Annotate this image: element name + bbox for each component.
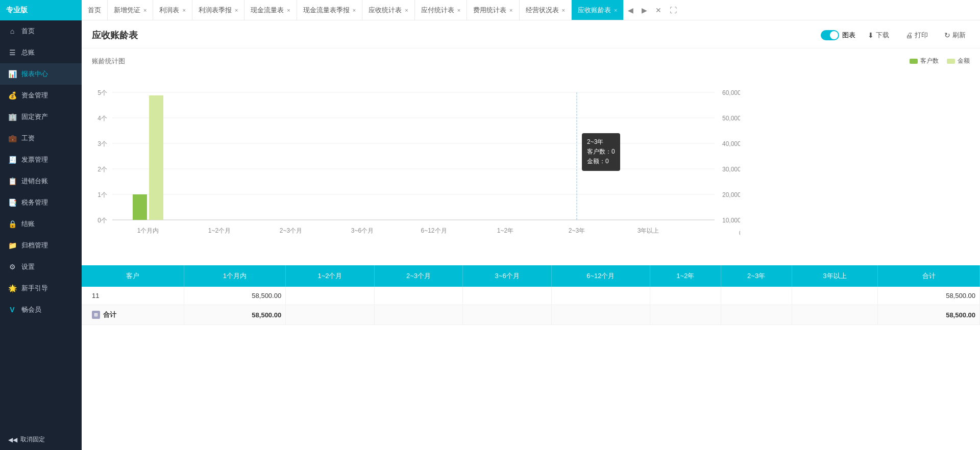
svg-text:60,000.00元: 60,000.00元 (722, 89, 740, 96)
svg-text:3~6个月: 3~6个月 (351, 227, 374, 234)
sidebar-item-home[interactable]: ⌂ 首页 (0, 20, 82, 42)
tab-scroll-left[interactable]: ◀ (624, 0, 638, 20)
tab-ar-stat[interactable]: 应收统计表 × (362, 0, 414, 20)
sidebar-label-assets: 固定资产 (21, 112, 48, 121)
svg-text:1个月内: 1个月内 (137, 227, 159, 234)
tab-profit-close[interactable]: × (182, 7, 185, 13)
purchase-icon: 📋 (8, 177, 16, 185)
sidebar-label-home: 首页 (21, 27, 35, 36)
svg-text:2~3年: 2~3年 (569, 227, 585, 234)
tab-expense-close[interactable]: × (509, 7, 512, 13)
tab-ar-age-close[interactable]: × (614, 7, 617, 13)
sidebar-item-assets[interactable]: 🏢 固定资产 (0, 106, 82, 128)
refresh-button[interactable]: ↻ 刷新 (940, 29, 970, 42)
tab-ar-stat-close[interactable]: × (405, 7, 408, 13)
row-m36 (463, 287, 552, 305)
col-y12: 1~2年 (650, 265, 721, 287)
tab-cashflow-q[interactable]: 现金流量表季报 × (297, 0, 362, 20)
sidebar-item-settings[interactable]: ⚙ 设置 (0, 256, 82, 278)
svg-text:30,000.00元: 30,000.00元 (722, 166, 740, 173)
sidebar-item-vip[interactable]: V 畅会员 (0, 299, 82, 320)
table-header-row: 客户 1个月内 1~2个月 2~3个月 3~6个月 6~12个月 1~2年 2~… (82, 265, 980, 287)
tab-biz[interactable]: 经营状况表 × (520, 0, 572, 20)
tab-profit-q-label: 利润表季报 (199, 6, 232, 15)
tab-biz-close[interactable]: × (562, 7, 565, 13)
row-total: 58,500.00 (878, 287, 980, 305)
total-label: ⊞ 合计 (92, 310, 180, 319)
legend-customers-label: 客户数 (920, 57, 939, 65)
tab-fullscreen[interactable]: ⛶ (666, 0, 681, 20)
refresh-label: 刷新 (952, 31, 966, 40)
toggle-track[interactable] (821, 30, 839, 40)
sidebar-label-settings: 设置 (21, 262, 35, 271)
legend-customers: 客户数 (910, 57, 939, 65)
tab-profit[interactable]: 利润表 × (153, 0, 192, 20)
sidebar-item-funds[interactable]: 💰 资金管理 (0, 85, 82, 106)
chart-toggle[interactable]: 图表 (821, 30, 855, 40)
tab-scroll-right[interactable]: ▶ (638, 0, 651, 20)
download-label: 下载 (876, 31, 889, 40)
sidebar-item-tax[interactable]: 📑 税务管理 (0, 192, 82, 213)
sidebar-item-payroll[interactable]: 💼 工资 (0, 128, 82, 149)
sidebar-item-purchase[interactable]: 📋 进销台账 (0, 170, 82, 192)
svg-text:0个: 0个 (97, 217, 107, 224)
sidebar-item-archive[interactable]: 📁 归档管理 (0, 235, 82, 256)
tab-home[interactable]: 首页 (82, 0, 108, 20)
tab-ar-age[interactable]: 应收账龄表 × (572, 0, 624, 20)
print-label: 打印 (915, 31, 928, 40)
col-m36: 3~6个月 (463, 265, 552, 287)
refresh-icon: ↻ (944, 31, 950, 39)
row-m612 (551, 287, 650, 305)
bar-m1-customers (133, 194, 147, 220)
tab-voucher-label: 新增凭证 (114, 6, 140, 15)
tab-cashflow-close[interactable]: × (287, 7, 290, 13)
svg-text:40,000.00元: 40,000.00元 (722, 140, 740, 147)
download-button[interactable]: ⬇ 下载 (864, 29, 893, 42)
tax-icon: 📑 (8, 198, 16, 207)
sidebar-item-guide[interactable]: 🌟 新手引导 (0, 278, 82, 299)
row-y3plus (792, 287, 878, 305)
col-m12: 1~2个月 (286, 265, 375, 287)
print-button[interactable]: 🖨 打印 (901, 29, 932, 42)
sidebar-label-ledger: 总账 (21, 48, 35, 57)
tab-ap-stat[interactable]: 应付统计表 × (415, 0, 467, 20)
svg-text:2个: 2个 (97, 166, 107, 173)
chart-svg-wrap: 5个 4个 3个 2个 1个 0个 60,000.00元 50,000.00元 … (92, 72, 970, 257)
tab-close-all[interactable]: ✕ (651, 0, 666, 20)
svg-text:2~3个月: 2~3个月 (280, 227, 302, 234)
svg-text:10,000.00元: 10,000.00元 (722, 217, 740, 224)
tab-voucher-close[interactable]: × (143, 7, 146, 13)
tab-cashflow[interactable]: 现金流量表 × (244, 0, 297, 20)
tab-cashflow-q-close[interactable]: × (353, 7, 356, 13)
pin-label: 取消固定 (20, 435, 45, 444)
tab-ap-stat-close[interactable]: × (457, 7, 460, 13)
tab-expense[interactable]: 费用统计表 × (467, 0, 519, 20)
home-icon: ⌂ (8, 27, 16, 35)
svg-text:20,000.00元: 20,000.00元 (722, 191, 740, 198)
col-m612: 6~12个月 (551, 265, 650, 287)
header-actions: 图表 ⬇ 下载 🖨 打印 ↻ 刷新 (821, 29, 970, 42)
sidebar-item-reports[interactable]: 📊 报表中心 (0, 63, 82, 85)
col-y23: 2~3年 (721, 265, 792, 287)
sidebar-label-vip: 畅会员 (21, 305, 41, 314)
legend-amount-label: 金额 (958, 57, 970, 65)
sidebar-item-ledger[interactable]: ☰ 总账 (0, 42, 82, 63)
tab-profit-q[interactable]: 利润表季报 × (192, 0, 244, 20)
tab-voucher[interactable]: 新增凭证 × (108, 0, 153, 20)
table-wrapper: 客户 1个月内 1~2个月 2~3个月 3~6个月 6~12个月 1~2年 2~… (82, 265, 980, 335)
legend-amount: 金额 (947, 57, 970, 65)
sidebar-item-closing[interactable]: 🔒 结账 (0, 213, 82, 235)
settings-icon: ⚙ (8, 263, 16, 271)
pin-toggle[interactable]: ◀◀ 取消固定 (0, 429, 82, 450)
legend-customers-color (910, 59, 918, 64)
main-area: 首页 新增凭证 × 利润表 × 利润表季报 × 现金流量表 × 现金流量表季报 … (82, 0, 980, 450)
svg-text:1~2个月: 1~2个月 (208, 227, 231, 234)
assets-icon: 🏢 (8, 113, 16, 121)
tab-ar-age-label: 应收账龄表 (578, 6, 611, 15)
sidebar-label-funds: 资金管理 (21, 91, 48, 100)
sidebar-item-invoice[interactable]: 🧾 发票管理 (0, 149, 82, 170)
sidebar-label-archive: 归档管理 (21, 241, 48, 250)
funds-icon: 💰 (8, 91, 16, 99)
tab-profit-q-close[interactable]: × (235, 7, 238, 13)
sidebar-label-tax: 税务管理 (21, 198, 48, 207)
